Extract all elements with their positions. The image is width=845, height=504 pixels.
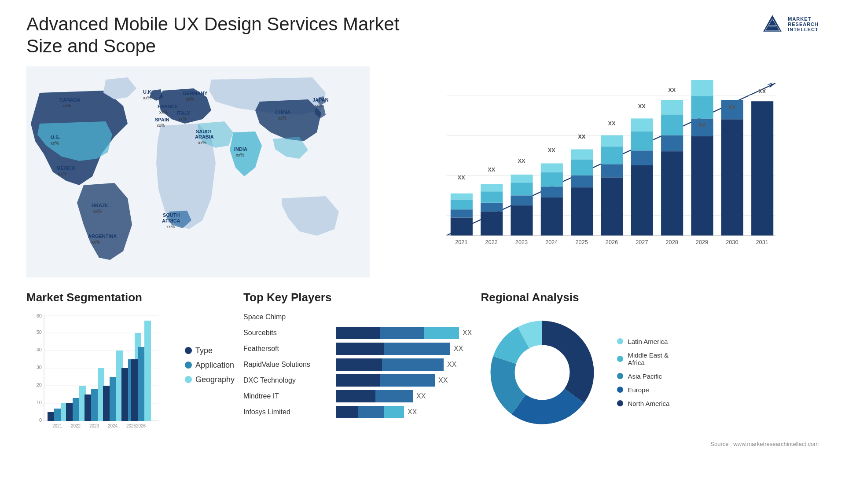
segmentation-chart: 0 10 20 30 40 50 60: [26, 311, 167, 443]
svg-rect-60: [541, 172, 563, 186]
svg-text:0: 0: [39, 417, 42, 423]
key-players-title: Top Key Players: [243, 291, 472, 304]
world-map: CANADA xx% U.S. xx% MEXICO xx% BRAZIL xx…: [26, 66, 370, 278]
europe-dot: [617, 387, 623, 393]
logo-icon: [761, 13, 783, 35]
svg-text:2021: 2021: [52, 424, 62, 428]
source-text: Source : www.marketresearchintellect.com: [481, 441, 819, 447]
list-item: DXC Technology XX: [243, 374, 472, 387]
svg-text:10: 10: [37, 400, 42, 405]
svg-text:ITALY: ITALY: [177, 110, 191, 116]
svg-rect-83: [691, 136, 713, 235]
svg-text:SOUTH: SOUTH: [163, 212, 180, 218]
legend-latin-america: Latin America: [617, 338, 669, 345]
list-item: RapidValue Solutions XX: [243, 358, 472, 371]
svg-rect-80: [661, 114, 683, 135]
header: Advanced Mobile UX Design Services Marke…: [26, 13, 819, 58]
svg-text:xx%: xx%: [157, 123, 165, 128]
regional-title: Regional Analysis: [481, 291, 819, 304]
svg-rect-54: [511, 195, 533, 205]
geography-dot: [185, 376, 192, 383]
svg-rect-61: [541, 163, 563, 172]
svg-text:SAUDI: SAUDI: [196, 129, 211, 134]
svg-text:xx%: xx%: [178, 117, 187, 121]
svg-text:XX: XX: [488, 166, 496, 172]
svg-text:2022: 2022: [71, 424, 81, 428]
top-section: CANADA xx% U.S. xx% MEXICO xx% BRAZIL xx…: [26, 66, 819, 278]
svg-text:2025: 2025: [126, 424, 136, 428]
svg-text:XX: XX: [698, 122, 706, 128]
svg-rect-85: [691, 96, 713, 118]
svg-rect-76: [631, 118, 653, 131]
svg-text:ARGENTINA: ARGENTINA: [88, 234, 117, 239]
svg-rect-73: [631, 165, 653, 235]
legend-europe: Europe: [617, 386, 669, 394]
svg-text:XX: XX: [578, 133, 586, 140]
svg-text:CHINA: CHINA: [275, 110, 290, 115]
svg-text:XX: XX: [758, 88, 766, 95]
list-item: Feathersoft XX: [243, 343, 472, 355]
latin-america-dot: [617, 338, 623, 344]
svg-text:xx%: xx%: [62, 103, 71, 108]
svg-text:JAPAN: JAPAN: [312, 97, 329, 102]
svg-text:2026: 2026: [606, 239, 618, 245]
svg-rect-81: [661, 100, 683, 114]
svg-rect-49: [481, 203, 503, 212]
svg-text:U.S.: U.S.: [51, 135, 60, 140]
svg-text:xx%: xx%: [93, 209, 102, 214]
svg-text:xx%: xx%: [58, 172, 66, 176]
svg-rect-63: [571, 187, 593, 235]
svg-rect-53: [511, 205, 533, 235]
svg-rect-48: [481, 212, 503, 236]
svg-text:2030: 2030: [726, 239, 738, 245]
svg-text:2023: 2023: [89, 424, 99, 428]
svg-rect-64: [571, 175, 593, 187]
svg-text:xx%: xx%: [236, 153, 244, 157]
svg-text:2031: 2031: [756, 239, 768, 245]
svg-text:2022: 2022: [485, 239, 498, 245]
svg-rect-129: [91, 389, 98, 421]
svg-text:XX: XX: [548, 147, 556, 153]
svg-text:XX: XX: [518, 157, 526, 164]
svg-rect-132: [103, 386, 110, 421]
svg-text:30: 30: [37, 365, 42, 370]
svg-text:xx%: xx%: [186, 97, 194, 102]
players-list: Space Chimp Sourcebits XX: [243, 311, 472, 418]
svg-point-149: [518, 348, 566, 397]
svg-rect-59: [541, 186, 563, 197]
legend-north-america: North America: [617, 400, 669, 407]
list-item: Infosys Limited XX: [243, 406, 472, 418]
list-item: Mindtree IT XX: [243, 390, 472, 402]
svg-text:FRANCE: FRANCE: [158, 104, 178, 109]
svg-rect-87: [721, 119, 743, 235]
svg-rect-141: [138, 347, 144, 421]
legend-application: Application: [185, 361, 235, 370]
svg-text:xx%: xx%: [51, 141, 59, 146]
svg-text:ARABIA: ARABIA: [195, 134, 214, 139]
svg-text:2024: 2024: [108, 424, 118, 428]
svg-rect-142: [144, 321, 151, 421]
map-container: CANADA xx% U.S. xx% MEXICO xx% BRAZIL xx…: [26, 66, 370, 278]
svg-rect-70: [601, 146, 623, 164]
svg-text:50: 50: [37, 329, 42, 335]
type-dot: [185, 347, 192, 354]
svg-rect-44: [451, 209, 473, 217]
svg-text:BRAZIL: BRAZIL: [92, 203, 110, 208]
svg-text:XX: XX: [638, 102, 646, 109]
svg-rect-79: [661, 135, 683, 151]
svg-rect-50: [481, 191, 503, 203]
svg-rect-51: [481, 184, 503, 191]
svg-rect-55: [511, 183, 533, 195]
svg-rect-120: [48, 412, 54, 421]
svg-rect-128: [84, 394, 91, 421]
bar-chart-container: XX XX XX XX: [387, 66, 819, 278]
donut-chart: [481, 311, 604, 434]
svg-text:AFRICA: AFRICA: [162, 218, 180, 223]
svg-text:INDIA: INDIA: [234, 146, 247, 152]
key-players-section: Top Key Players Space Chimp Sourcebits: [243, 291, 472, 467]
segmentation-section: Market Segmentation 0 10 20 30 40 50: [26, 291, 235, 467]
svg-text:60: 60: [37, 313, 42, 318]
segmentation-title: Market Segmentation: [26, 291, 235, 304]
svg-text:2027: 2027: [636, 239, 648, 245]
svg-rect-86: [691, 80, 713, 96]
